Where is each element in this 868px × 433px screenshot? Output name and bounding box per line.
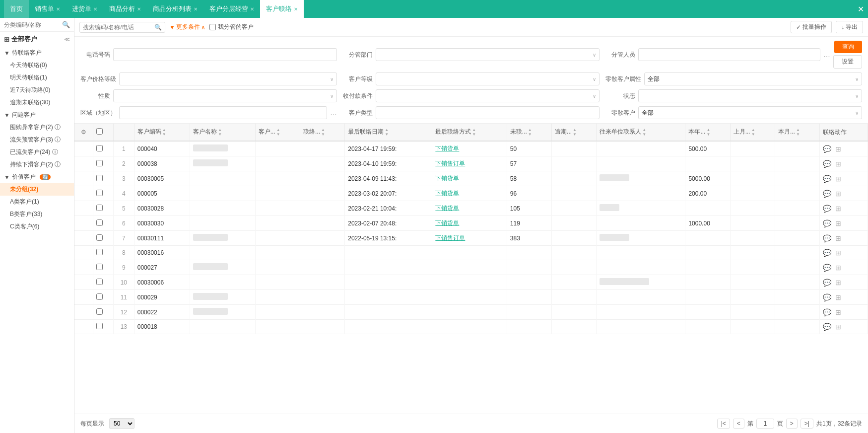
row-last-contact-method[interactable]: 下销货单 (432, 171, 507, 186)
chat-icon[interactable]: 💬 (823, 249, 831, 257)
sidebar-item-b-class[interactable]: B类客户(33) (0, 208, 74, 220)
person-dots[interactable]: … (823, 51, 830, 59)
chat-icon[interactable]: 💬 (823, 323, 831, 331)
sidebar-search-icon[interactable]: 🔍 (62, 21, 70, 28)
query-btn[interactable]: 查询 (834, 41, 862, 53)
last-page-btn[interactable]: >| (801, 419, 813, 429)
last-date-column-header[interactable]: 最后联络日期▲▼ (345, 124, 432, 141)
row-checkbox[interactable] (93, 305, 113, 320)
prev-page-btn[interactable]: < (733, 419, 744, 429)
sidebar-search-input[interactable] (4, 21, 60, 28)
chat-icon[interactable]: 💬 (823, 279, 831, 287)
close-goods-analysis-icon[interactable]: ✕ (137, 6, 141, 12)
row-checkbox[interactable] (93, 201, 113, 216)
row-last-contact-method[interactable] (432, 275, 507, 290)
sparse-customer-select[interactable]: 全部 ∨ (638, 106, 862, 119)
last-method-link[interactable]: 下销货单 (435, 145, 459, 152)
row-last-contact-method[interactable]: 下销货单 (432, 201, 507, 216)
sidebar-item-overdue[interactable]: 逾期未联络(30) (0, 96, 74, 109)
chat-icon[interactable]: 💬 (823, 205, 831, 213)
chat-icon[interactable]: 💬 (823, 293, 831, 301)
overdue-column-header[interactable]: 逾期...▲▼ (552, 124, 597, 141)
uncontacted-column-header[interactable]: 未联...▲▼ (507, 124, 551, 141)
export-btn[interactable]: ↓ 导出 (836, 21, 863, 33)
region-dots[interactable]: … (330, 109, 337, 117)
row-select-checkbox[interactable] (96, 205, 103, 211)
row-select-checkbox[interactable] (96, 145, 103, 151)
next-page-btn[interactable]: > (786, 419, 798, 429)
grid-action-icon[interactable]: ⊞ (835, 219, 841, 227)
row-last-contact-method[interactable] (432, 305, 507, 320)
person-select[interactable] (638, 48, 820, 61)
status-select[interactable]: ∨ (638, 89, 862, 102)
row-last-contact-method[interactable]: 下销货单 (432, 186, 507, 201)
row-last-contact-method[interactable] (432, 290, 507, 305)
customer-type-input[interactable] (376, 106, 600, 119)
row-checkbox[interactable] (93, 260, 113, 275)
name-column-header[interactable]: 客户名称▲▼ (190, 124, 256, 141)
row-select-checkbox[interactable] (96, 219, 103, 226)
row-checkbox[interactable] (93, 320, 113, 334)
per-page-select[interactable]: 50 100 200 (109, 418, 134, 429)
row-select-checkbox[interactable] (96, 293, 103, 300)
last-method-column-header[interactable]: 最后联络方式▲▼ (432, 124, 507, 141)
last-month-column-header[interactable]: 上月...▲▼ (730, 124, 775, 141)
price-level-select[interactable]: ∨ (119, 72, 337, 85)
row-checkbox[interactable] (93, 141, 113, 156)
sparse-attr-select[interactable]: 全部 ∨ (644, 72, 862, 85)
last-method-link[interactable]: 下销货单 (435, 219, 459, 226)
row-last-contact-method[interactable]: 下销售订单 (432, 156, 507, 171)
row-checkbox[interactable] (93, 186, 113, 201)
search-icon[interactable]: 🔍 (154, 24, 162, 31)
row-checkbox[interactable] (93, 231, 113, 246)
chat-icon[interactable]: 💬 (823, 175, 831, 183)
row-checkbox[interactable] (93, 290, 113, 305)
row-checkbox[interactable] (93, 216, 113, 231)
row-select-checkbox[interactable] (96, 234, 103, 241)
sidebar-collapse-icon[interactable]: ≪ (64, 36, 70, 43)
row-last-contact-method[interactable] (432, 260, 507, 275)
chat-icon[interactable]: 💬 (823, 145, 831, 153)
region-select[interactable] (119, 106, 327, 119)
row-checkbox[interactable] (93, 171, 113, 186)
sidebar-group-pending[interactable]: ▼ 待联络客户 (0, 47, 74, 59)
sidebar-item-churn-warning[interactable]: 流失预警客户(3) ⓘ (0, 134, 74, 146)
dept-select[interactable]: ∨ (376, 48, 600, 61)
nav-tab-customer-segment[interactable]: 客户分层经营 ✕ (203, 0, 260, 18)
close-purchase-icon[interactable]: ✕ (93, 6, 97, 12)
sidebar-item-today[interactable]: 今天待联络(0) (0, 59, 74, 72)
phone-input[interactable] (113, 48, 337, 61)
select-all-checkbox[interactable] (96, 128, 103, 135)
sidebar-item-churned[interactable]: 已流失客户(24) ⓘ (0, 146, 74, 158)
close-customer-segment-icon[interactable]: ✕ (250, 6, 254, 12)
row-checkbox[interactable] (93, 275, 113, 290)
sidebar-item-7days[interactable]: 近7天待联络(0) (0, 84, 74, 96)
type-column-header[interactable]: 客户...▲▼ (255, 124, 300, 141)
grid-action-icon[interactable]: ⊞ (835, 279, 841, 287)
company-contact-column-header[interactable]: 往来单位联系人▲▼ (597, 124, 685, 141)
nature-select[interactable]: ∨ (113, 89, 337, 102)
code-column-header[interactable]: 客户编码▲▼ (134, 124, 190, 141)
nav-tab-customer-contact[interactable]: 客户联络 ✕ (260, 0, 304, 18)
sidebar-group-problem[interactable]: ▼ 问题客户 (0, 109, 74, 121)
sidebar-item-tomorrow[interactable]: 明天待联络(1) (0, 72, 74, 84)
grid-action-icon[interactable]: ⊞ (835, 293, 841, 301)
row-select-checkbox[interactable] (96, 160, 103, 166)
sidebar-item-c-class[interactable]: C类客户(6) (0, 220, 74, 233)
my-customers-check[interactable] (209, 24, 216, 30)
grid-action-icon[interactable]: ⊞ (835, 190, 841, 198)
customer-level-select[interactable]: ∨ (376, 72, 600, 85)
close-all-button[interactable]: ✕ (858, 4, 864, 14)
row-select-checkbox[interactable] (96, 279, 103, 285)
row-last-contact-method[interactable]: 下销售订单 (432, 231, 507, 246)
chat-icon[interactable]: 💬 (823, 219, 831, 227)
grid-action-icon[interactable]: ⊞ (835, 308, 841, 316)
row-checkbox[interactable] (93, 156, 113, 171)
close-customer-contact-icon[interactable]: ✕ (294, 6, 298, 12)
close-sales-icon[interactable]: ✕ (56, 6, 60, 12)
chat-icon[interactable]: 💬 (823, 190, 831, 198)
gear-column-header[interactable]: ⚙ (74, 124, 93, 141)
row-select-checkbox[interactable] (96, 264, 103, 270)
row-select-checkbox[interactable] (96, 190, 103, 196)
grid-action-icon[interactable]: ⊞ (835, 160, 841, 168)
